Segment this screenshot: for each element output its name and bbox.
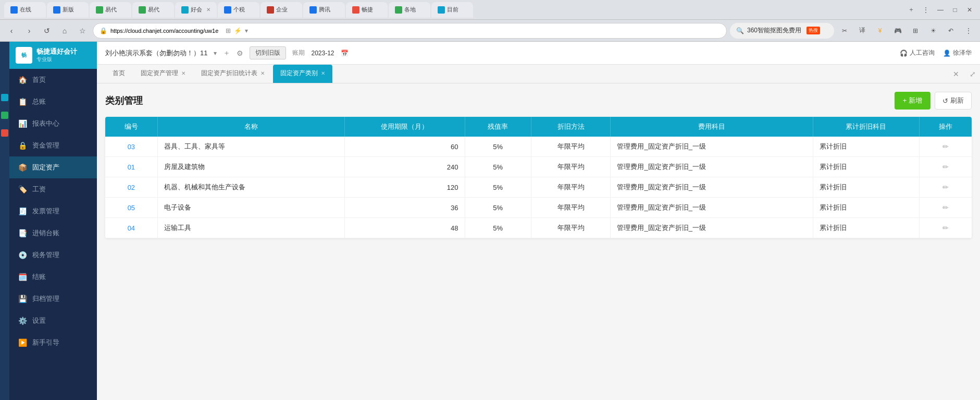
browser-tab-8[interactable]: 畅捷 [346, 2, 388, 18]
tabs-close-btn[interactable]: ✕ [949, 67, 963, 81]
bookmark-btn[interactable]: ☆ [75, 23, 90, 38]
page-tab-close-1[interactable]: ✕ [181, 70, 185, 76]
cell-expense-3: 管理费用_固定资产折旧_一级 [611, 198, 813, 218]
page-tab-3[interactable]: 固定资产类别✕ [273, 65, 332, 83]
service-btn[interactable]: 🎧 人工咨询 [900, 49, 935, 57]
grid-icon[interactable]: ⊞ [908, 23, 923, 38]
page-tab-close-3[interactable]: ✕ [321, 70, 325, 76]
close-btn[interactable]: ✕ [963, 4, 976, 16]
sidebar-item-资金管理[interactable]: 🔒资金管理 [9, 135, 97, 156]
cell-expense-0: 管理费用_固定资产折旧_一级 [611, 137, 813, 157]
home-btn[interactable]: ⌂ [57, 23, 72, 38]
browser-tab-0[interactable]: 在线 [4, 2, 46, 18]
edit-btn-4[interactable]: ✏ [942, 224, 949, 232]
cell-id-4: 04 [105, 218, 157, 238]
cell-expense-4: 管理费用_固定资产折旧_一级 [611, 218, 813, 238]
table-row: 04 运输工具 48 5% 年限平均 管理费用_固定资产折旧_一级 累计折旧 ✏ [105, 218, 972, 238]
browser-tab-9[interactable]: 各地 [389, 2, 430, 18]
cell-name-3: 电子设备 [157, 198, 344, 218]
brightness-icon[interactable]: ☀ [926, 23, 940, 38]
add-btn[interactable]: + 新增 [895, 92, 931, 110]
page-tab-1[interactable]: 固定资产管理✕ [133, 65, 193, 83]
page-tab-0[interactable]: 首页 [105, 65, 132, 83]
cell-action-0: ✏ [920, 137, 972, 157]
browser-tab-6[interactable]: 企业 [260, 2, 302, 18]
tab-settings-btn[interactable]: ⋮ [920, 4, 932, 16]
sidebar-item-发票管理[interactable]: 🧾发票管理 [9, 200, 97, 222]
forward-btn[interactable]: › [22, 23, 36, 38]
col-header-1: 名称 [157, 117, 344, 137]
sidebar-item-工资[interactable]: 🏷️工资 [9, 178, 97, 200]
settings-btn[interactable]: ⚙ [237, 49, 243, 57]
coin-icon[interactable]: ¥ [873, 23, 887, 38]
browser-tab-2[interactable]: 易代 [90, 2, 131, 18]
cell-period-0: 60 [345, 137, 465, 157]
cell-action-2: ✏ [920, 177, 972, 198]
scissors-icon[interactable]: ✂ [837, 23, 852, 38]
undo-icon[interactable]: ↶ [944, 23, 958, 38]
browser-tab-7[interactable]: 腾讯 [303, 2, 345, 18]
edit-btn-1[interactable]: ✏ [942, 163, 949, 171]
browser-tab-5[interactable]: 个税 [218, 2, 259, 18]
sidebar-item-总账[interactable]: 📋总账 [9, 91, 97, 113]
minimize-btn[interactable]: — [934, 4, 947, 16]
cell-action-4: ✏ [920, 218, 972, 238]
sidebar-icon-6: 🧾 [18, 207, 27, 216]
edit-btn-0[interactable]: ✏ [942, 142, 949, 151]
strip-icon-1[interactable] [1, 94, 8, 101]
page-tab-2[interactable]: 固定资产折旧统计表✕ [194, 65, 272, 83]
sidebar-item-报表中心[interactable]: 📊报表中心 [9, 113, 97, 135]
strip-icon-2[interactable] [1, 112, 8, 119]
account-name: 刘小艳演示系套（勿删勿动！）11 [105, 49, 207, 58]
logo-text: 畅 [21, 52, 27, 59]
account-dropdown[interactable]: ▾ [214, 50, 217, 57]
period-label: 账期 [292, 49, 305, 57]
sidebar-icon-5: 🏷️ [18, 185, 27, 194]
new-tab-btn[interactable]: ＋ [905, 4, 917, 16]
cell-accum-1: 累计折旧 [813, 157, 920, 177]
browser-tab-1[interactable]: 新版 [47, 2, 89, 18]
search-text: 360智能抠图免费用 [747, 26, 801, 35]
sidebar-item-归档管理[interactable]: 💾归档管理 [9, 288, 97, 310]
refresh-btn[interactable]: ↺ 刷新 [935, 92, 972, 110]
address-box[interactable]: 🔒 https://cloud.chanjet.com/accounting/u… [93, 23, 727, 39]
browser-tab-3[interactable]: 易代 [132, 2, 174, 18]
edit-btn-3[interactable]: ✏ [942, 203, 949, 212]
switch-btn[interactable]: 切到旧版 [250, 46, 286, 59]
sidebar-label-4: 固定资产 [32, 163, 59, 172]
row-id-link-0[interactable]: 03 [128, 143, 135, 151]
strip-icon-3[interactable] [1, 129, 8, 137]
row-id-link-4[interactable]: 04 [128, 224, 135, 232]
sidebar-item-首页[interactable]: 🏠首页 [9, 69, 97, 91]
sidebar-item-进销台账[interactable]: 📑进销台账 [9, 222, 97, 244]
tabs-expand-btn[interactable]: ⤢ [965, 67, 980, 81]
search-box[interactable]: 🔍 360智能抠图免费用 热搜 [730, 23, 834, 39]
add-account-btn[interactable]: ＋ [223, 49, 230, 58]
row-id-link-1[interactable]: 01 [128, 163, 135, 171]
sidebar: 畅 畅捷通好会计 专业版 🏠首页📋总账📊报表中心🔒资金管理📦固定资产🏷️工资🧾发… [9, 42, 97, 400]
user-info[interactable]: 👤 徐泽华 [943, 49, 972, 57]
cell-accum-3: 累计折旧 [813, 198, 920, 218]
game-icon[interactable]: 🎮 [890, 23, 905, 38]
translate-icon[interactable]: 译 [855, 23, 870, 38]
sidebar-item-税务管理[interactable]: 💿税务管理 [9, 244, 97, 266]
tab-close-icon[interactable]: ✕ [206, 7, 210, 13]
more-icon[interactable]: ⋮ [961, 23, 976, 38]
maximize-btn[interactable]: □ [949, 4, 961, 16]
sidebar-item-固定资产[interactable]: 📦固定资产 [9, 156, 97, 178]
app-header-right: 🎧 人工咨询 👤 徐泽华 [900, 49, 972, 57]
sidebar-item-设置[interactable]: ⚙️设置 [9, 310, 97, 332]
calendar-icon[interactable]: 📅 [341, 50, 349, 57]
sidebar-item-新手引导[interactable]: ▶️新手引导 [9, 332, 97, 354]
sidebar-item-结账[interactable]: 🗓️结账 [9, 266, 97, 288]
browser-tab-10[interactable]: 目前 [431, 2, 473, 18]
browser-tab-4[interactable]: 好会✕ [175, 2, 217, 18]
row-id-link-2[interactable]: 02 [128, 184, 135, 191]
page-tab-close-2[interactable]: ✕ [260, 70, 265, 76]
reload-btn[interactable]: ↺ [40, 23, 54, 38]
edit-btn-2[interactable]: ✏ [942, 183, 949, 191]
back-btn[interactable]: ‹ [4, 23, 19, 38]
page-title: 类别管理 [105, 94, 143, 107]
row-id-link-3[interactable]: 05 [128, 204, 135, 212]
cell-name-4: 运输工具 [157, 218, 344, 238]
